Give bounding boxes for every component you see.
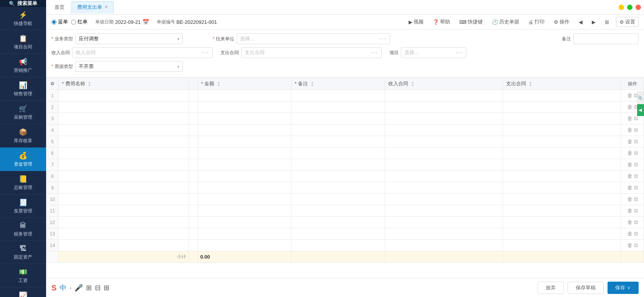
income-contract-cell[interactable] (385, 171, 503, 182)
th-income-contract[interactable]: 收入合同 ▲▼ (385, 78, 503, 90)
tab-expense[interactable]: 费用支出单 ✕ (71, 1, 114, 13)
side-action-green[interactable]: ◀ (637, 104, 644, 116)
grid-view-button[interactable]: ⊞ (603, 18, 611, 26)
apps-icon[interactable]: ⊞ (104, 284, 109, 292)
delete-icon[interactable]: 🗑 (627, 138, 632, 145)
sidebar-item-marketing[interactable]: 📢 营销推广 (0, 54, 46, 77)
expense-contract-cell[interactable] (503, 136, 621, 148)
income-contract-cell[interactable] (385, 148, 503, 159)
more-icon[interactable]: ··· (379, 35, 387, 42)
zhong-icon[interactable]: 中 (60, 283, 66, 292)
tab-close-icon[interactable]: ✕ (104, 5, 108, 10)
note-cell[interactable] (291, 90, 385, 101)
delete-icon[interactable]: 🗑 (627, 104, 632, 110)
history-button[interactable]: 🕐 历史单据 (490, 17, 521, 27)
expense-contract-cell[interactable] (503, 194, 621, 205)
expense-contract-cell[interactable] (503, 90, 621, 101)
tab-home[interactable]: 首页 (49, 1, 70, 13)
business-type-select[interactable]: 应付调整 ▾ (75, 33, 183, 44)
delete-icon[interactable]: 🗑 (627, 184, 632, 191)
delete-icon[interactable]: 🗑 (627, 231, 632, 237)
sidebar-item-project[interactable]: 📋 项目合同 (0, 30, 46, 54)
amount-cell[interactable] (198, 205, 291, 217)
th-settings[interactable]: ⚙ (46, 78, 59, 90)
side-action-clip[interactable]: 📎 (637, 91, 644, 103)
amount-cell[interactable] (198, 159, 291, 171)
copy-icon[interactable]: ⧉ (634, 231, 638, 237)
amount-cell[interactable] (198, 136, 291, 148)
settings-button[interactable]: ⚙ 设置 (616, 17, 639, 27)
expense-name-cell[interactable] (59, 124, 189, 136)
more-icon[interactable]: ··· (455, 49, 463, 56)
note-cell[interactable] (291, 124, 385, 136)
th-amount[interactable]: * 金额 ▲▼ (198, 78, 291, 90)
save-draft-button[interactable]: 保存草稿 (568, 282, 604, 294)
invoice-type-select[interactable]: 不开票 ▾ (75, 61, 183, 72)
income-contract-input[interactable]: 收入合同 ··· (72, 47, 213, 58)
sidebar-item-assets[interactable]: 🏗 固定资产 (0, 241, 46, 264)
payee-input[interactable]: 选择... ··· (237, 33, 390, 44)
sidebar-header[interactable]: 🔍 搜索菜单 (0, 0, 46, 7)
calendar-icon[interactable]: 📅 (142, 19, 149, 25)
mic-icon[interactable]: 🎤 (74, 284, 83, 292)
amount-cell[interactable] (198, 113, 291, 124)
sidebar-item-management[interactable]: 📈 经营管理 (0, 287, 46, 297)
expense-contract-cell[interactable] (503, 228, 621, 240)
more-icon[interactable]: ··· (371, 49, 378, 56)
income-contract-cell[interactable] (385, 159, 503, 171)
expense-name-cell[interactable] (59, 217, 189, 228)
expense-contract-cell[interactable] (503, 148, 621, 159)
grid2-icon[interactable]: ⊟ (95, 284, 101, 292)
copy-icon[interactable]: ⧉ (634, 161, 638, 168)
sidebar-item-inventory[interactable]: 📦 库存核算 (0, 124, 46, 148)
expense-contract-cell[interactable] (503, 182, 621, 194)
income-contract-cell[interactable] (385, 136, 503, 148)
copy-icon[interactable]: ⧉ (634, 196, 638, 202)
sidebar-item-purchase[interactable]: 🛒 采购管理 (0, 101, 46, 124)
delete-icon[interactable]: 🗑 (627, 92, 632, 99)
expense-contract-cell[interactable] (503, 240, 621, 251)
more-icon[interactable]: ··· (202, 49, 209, 56)
sidebar-item-finance[interactable]: 💰 资金管理 (0, 148, 46, 171)
red-bill-radio[interactable]: 红单 (71, 18, 88, 25)
income-contract-cell[interactable] (385, 101, 503, 113)
amount-cell[interactable] (198, 240, 291, 251)
note-input[interactable] (573, 33, 639, 44)
expense-name-cell[interactable] (59, 136, 189, 148)
table-icon[interactable]: ⊞ (86, 284, 92, 292)
sidebar-item-sales[interactable]: 📊 销售管理 (0, 77, 46, 101)
delete-icon[interactable]: 🗑 (627, 207, 632, 214)
th-expense-contract[interactable]: 支出合同 ▲▼ (503, 78, 621, 90)
amount-cell[interactable] (198, 228, 291, 240)
copy-icon[interactable]: ⧉ (634, 127, 638, 133)
expense-name-cell[interactable] (59, 228, 189, 240)
delete-icon[interactable]: 🗑 (627, 219, 632, 226)
note-cell[interactable] (291, 182, 385, 194)
income-contract-cell[interactable] (385, 90, 503, 101)
print-button[interactable]: 🖨 打印 (526, 17, 547, 27)
income-contract-cell[interactable] (385, 194, 503, 205)
delete-icon[interactable]: 🗑 (627, 242, 632, 249)
help-button[interactable]: ❓ 帮助 (430, 17, 452, 27)
note-cell[interactable] (291, 159, 385, 171)
income-contract-cell[interactable] (385, 182, 503, 194)
copy-icon[interactable]: ⧉ (634, 242, 638, 249)
sidebar-item-quick-nav[interactable]: ⚡ 快捷导航 (0, 7, 46, 30)
copy-icon[interactable]: ⧉ (634, 138, 638, 145)
copy-icon[interactable]: ⧉ (634, 207, 638, 214)
note-cell[interactable] (291, 217, 385, 228)
expense-contract-cell[interactable] (503, 124, 621, 136)
expense-contract-cell[interactable] (503, 217, 621, 228)
nav-prev-button[interactable]: ◀ (576, 18, 585, 26)
discard-button[interactable]: 放弃 (538, 282, 564, 294)
delete-icon[interactable]: 🗑 (627, 127, 632, 133)
delete-icon[interactable]: 🗑 (627, 115, 632, 122)
note-cell[interactable] (291, 194, 385, 205)
copy-icon[interactable]: ⧉ (634, 115, 638, 122)
note-cell[interactable] (291, 171, 385, 182)
expense-contract-cell[interactable] (503, 171, 621, 182)
delete-icon[interactable]: 🗑 (627, 150, 632, 156)
copy-icon[interactable]: ⧉ (634, 150, 638, 156)
income-contract-cell[interactable] (385, 205, 503, 217)
note-cell[interactable] (291, 240, 385, 251)
